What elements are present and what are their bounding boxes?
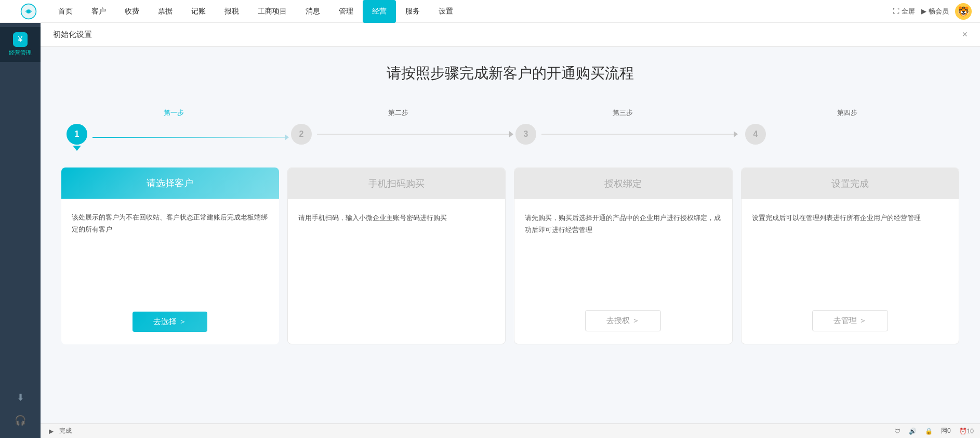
nav-menu: 首页 客户 收费 票据 记账 报税 工商项目 消息 管理 经营 服务 设置 — [49, 0, 893, 23]
step-4-label: 第四步 — [837, 108, 857, 118]
nav-service[interactable]: 服务 — [396, 0, 429, 23]
nav-tax[interactable]: 报税 — [215, 0, 248, 23]
card-3-header: 授权绑定 — [514, 168, 732, 199]
main-heading: 请按照步骤完成新客户的开通购买流程 — [61, 63, 959, 83]
nav-account[interactable]: 记账 — [182, 0, 215, 23]
main-layout: ¥ 经营管理 ⬇ 🎧 初始化设置 × 请按照步骤完成新客户的开通购买流程 第一步 — [0, 23, 980, 438]
card-2: 手机扫码购买 请用手机扫码，输入小微企业主账号密码进行购买 — [287, 168, 506, 344]
time-icon: ⏰10 — [959, 428, 974, 435]
steps-indicator: 第一步 1 第二步 — [61, 108, 959, 151]
step-2-label: 第二步 — [388, 108, 408, 118]
play-button[interactable]: ▶ — [47, 427, 55, 435]
card-3: 授权绑定 请先购买，购买后选择开通的产品中的企业用户进行授权绑定，成功后即可进行… — [514, 168, 733, 344]
step-1-wrapper: 第一步 1 — [61, 108, 286, 151]
step-3-circle: 3 — [515, 124, 536, 145]
nav-operation[interactable]: 经营 — [363, 0, 396, 23]
operation-icon: ¥ — [13, 32, 28, 47]
card-4: 设置完成 设置完成后可以在管理列表进行所有企业用户的经营管理 去管理 ＞ — [741, 168, 960, 344]
card-4-footer: 去管理 ＞ — [741, 302, 959, 344]
step-4-wrapper: 第四步 4 — [735, 108, 959, 145]
top-navigation: 首页 客户 收费 票据 记账 报税 工商项目 消息 管理 经营 服务 设置 ⛶ … — [0, 0, 980, 23]
sidebar: ¥ 经营管理 ⬇ 🎧 — [0, 23, 41, 438]
card-2-body: 请用手机扫码，输入小微企业主账号密码进行购买 — [288, 199, 506, 323]
app-logo — [8, 3, 49, 20]
page-header: 初始化设置 × — [41, 23, 980, 47]
status-bar-left: ▶ 完成 — [47, 427, 72, 435]
card-2-footer — [288, 323, 506, 344]
nav-right-area: ⛶ 全屏 ▶ 畅会员 🐯 — [893, 3, 972, 20]
nav-bill[interactable]: 票据 — [149, 0, 182, 23]
step-2-connector — [317, 134, 510, 135]
lock-icon: 🔒 — [925, 428, 933, 435]
card-4-header: 设置完成 — [741, 168, 959, 199]
nav-settings[interactable]: 设置 — [429, 0, 462, 23]
card-3-body: 请先购买，购买后选择开通的产品中的企业用户进行授权绑定，成功后即可进行经营管理 — [514, 199, 732, 302]
svg-point-1 — [27, 9, 30, 12]
card-1-body: 该处展示的客户为不在回收站、客户状态正常建账后完成老板端绑定的所有客户 — [61, 199, 279, 303]
nav-business[interactable]: 工商项目 — [248, 0, 296, 23]
step-2-wrapper: 第二步 2 — [286, 108, 510, 145]
sidebar-bottom: ⬇ 🎧 — [11, 388, 30, 438]
step-2-circle: 2 — [291, 124, 312, 145]
card-1-footer: 去选择 ＞ — [61, 303, 279, 344]
go-authorize-button[interactable]: 去授权 ＞ — [585, 310, 661, 331]
card-2-header: 手机扫码购买 — [288, 168, 506, 199]
nav-customer[interactable]: 客户 — [82, 0, 115, 23]
step-1-label: 第一步 — [164, 108, 184, 118]
volume-icon: 🔊 — [909, 428, 917, 435]
close-button[interactable]: × — [962, 29, 968, 40]
network-icon: 网0 — [941, 427, 951, 435]
status-bar: ▶ 完成 🛡 🔊 🔒 网0 ⏰10 — [41, 423, 980, 438]
step-3-wrapper: 第三步 3 — [510, 108, 735, 145]
content-area: 请按照步骤完成新客户的开通购买流程 第一步 1 — [41, 47, 980, 423]
go-select-button[interactable]: 去选择 ＞ — [133, 312, 207, 332]
card-3-footer: 去授权 ＞ — [514, 302, 732, 344]
shield-icon: 🛡 — [894, 428, 900, 435]
step-3-connector — [541, 134, 735, 135]
nav-fee[interactable]: 收费 — [115, 0, 149, 23]
vip-icon: ▶ — [921, 7, 926, 15]
page-title: 初始化设置 — [53, 30, 92, 40]
cards-container: 请选择客户 该处展示的客户为不在回收站、客户状态正常建账后完成老板端绑定的所有客… — [61, 168, 959, 344]
go-manage-button[interactable]: 去管理 ＞ — [812, 310, 888, 331]
sidebar-item-operation[interactable]: ¥ 经营管理 — [0, 27, 41, 62]
user-avatar[interactable]: 🐯 — [955, 3, 972, 20]
fullscreen-button[interactable]: ⛶ 全屏 — [893, 7, 915, 16]
status-text: 完成 — [59, 427, 72, 435]
step-4-circle: 4 — [745, 124, 766, 145]
download-icon[interactable]: ⬇ — [11, 388, 30, 407]
nav-manage[interactable]: 管理 — [329, 0, 363, 23]
headset-icon[interactable]: 🎧 — [11, 411, 30, 430]
fullscreen-icon: ⛶ — [893, 7, 899, 15]
status-bar-right: 🛡 🔊 🔒 网0 ⏰10 — [894, 427, 974, 435]
card-4-body: 设置完成后可以在管理列表进行所有企业用户的经营管理 — [741, 199, 959, 302]
nav-home[interactable]: 首页 — [49, 0, 82, 23]
card-1-header: 请选择客户 — [61, 168, 279, 199]
main-content: 初始化设置 × 请按照步骤完成新客户的开通购买流程 第一步 1 — [41, 23, 980, 438]
step-1-circle: 1 — [67, 124, 87, 145]
step-3-label: 第三步 — [613, 108, 633, 118]
card-1: 请选择客户 该处展示的客户为不在回收站、客户状态正常建账后完成老板端绑定的所有客… — [61, 168, 279, 344]
nav-message[interactable]: 消息 — [296, 0, 329, 23]
vip-button[interactable]: ▶ 畅会员 — [921, 7, 949, 16]
step-1-connector — [92, 137, 286, 138]
